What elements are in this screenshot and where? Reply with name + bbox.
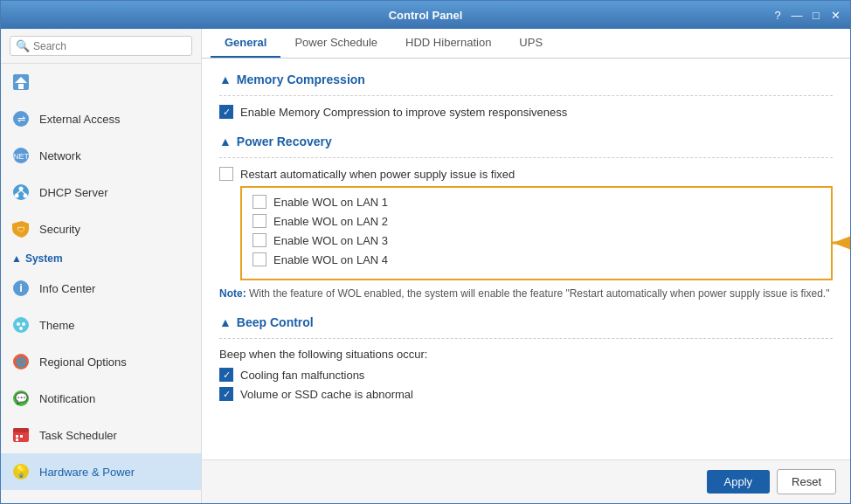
restart-auto-row: Restart automatically when power supply … bbox=[219, 167, 833, 181]
note-label: Note: bbox=[219, 287, 246, 300]
system-section-header[interactable]: ▲ System bbox=[1, 247, 201, 270]
svg-point-17 bbox=[22, 322, 25, 326]
close-button[interactable]: ✕ bbox=[827, 7, 843, 23]
wol-lan4-row: Enable WOL on LAN 4 bbox=[253, 252, 820, 266]
window-controls: ? — □ ✕ bbox=[770, 7, 843, 23]
sidebar-item-home[interactable] bbox=[1, 64, 201, 100]
hardware-power-icon: 💡 bbox=[11, 462, 31, 481]
tab-ups[interactable]: UPS bbox=[505, 29, 557, 58]
reset-button[interactable]: Reset bbox=[777, 469, 836, 494]
wol-lan1-row: Enable WOL on LAN 1 bbox=[253, 195, 820, 209]
power-recovery-chevron: ▲ bbox=[219, 135, 232, 148]
wol-lan4-checkbox[interactable] bbox=[253, 252, 266, 266]
main-panel: General Power Schedule HDD Hibernation U… bbox=[202, 29, 850, 503]
wol-group: Enable WOL on LAN 1 Enable WOL on LAN 2 … bbox=[240, 186, 833, 280]
svg-point-18 bbox=[19, 327, 23, 330]
sidebar-item-notification[interactable]: 💬 Notification bbox=[1, 380, 201, 417]
svg-text:🌐: 🌐 bbox=[16, 356, 27, 368]
wol-lan3-checkbox[interactable] bbox=[253, 233, 266, 247]
info-center-icon: i bbox=[11, 279, 31, 298]
wol-lan2-checkbox[interactable] bbox=[253, 214, 266, 228]
notification-label: Notification bbox=[39, 392, 95, 405]
memory-compression-chevron: ▲ bbox=[219, 72, 232, 86]
svg-text:🛡: 🛡 bbox=[17, 225, 25, 234]
svg-point-9 bbox=[24, 194, 28, 198]
enable-mem-compress-checkbox[interactable] bbox=[219, 105, 233, 119]
sidebar: 🔍 ⇌ External Access bbox=[1, 29, 202, 503]
power-recovery-section: ▲ Power Recovery Restart automatically w… bbox=[219, 135, 833, 300]
apply-button[interactable]: Apply bbox=[707, 470, 771, 494]
sidebar-item-security[interactable]: 🛡 Security bbox=[1, 211, 201, 247]
beep-control-chevron: ▲ bbox=[219, 315, 232, 329]
tab-power-schedule[interactable]: Power Schedule bbox=[280, 29, 391, 58]
beep-volume-label: Volume or SSD cache is abnormal bbox=[240, 388, 413, 401]
network-icon: NET bbox=[11, 146, 31, 165]
security-label: Security bbox=[39, 223, 80, 236]
wol-lan2-row: Enable WOL on LAN 2 bbox=[253, 214, 820, 228]
svg-text:⇌: ⇌ bbox=[17, 114, 25, 124]
svg-point-15 bbox=[13, 317, 29, 333]
power-recovery-title: ▲ Power Recovery bbox=[219, 135, 833, 148]
home-icon bbox=[11, 72, 31, 92]
svg-text:💡: 💡 bbox=[14, 464, 29, 479]
sidebar-item-theme[interactable]: Theme bbox=[1, 307, 201, 343]
svg-rect-26 bbox=[20, 435, 23, 438]
svg-text:NET: NET bbox=[13, 152, 30, 161]
wol-group-wrapper: Enable WOL on LAN 1 Enable WOL on LAN 2 … bbox=[219, 186, 833, 280]
wol-lan1-label: Enable WOL on LAN 1 bbox=[273, 196, 388, 209]
help-button[interactable]: ? bbox=[770, 7, 785, 23]
svg-rect-1 bbox=[18, 84, 24, 89]
tabs-bar: General Power Schedule HDD Hibernation U… bbox=[202, 29, 850, 59]
search-box: 🔍 bbox=[1, 29, 201, 64]
task-scheduler-label: Task Scheduler bbox=[39, 429, 117, 442]
svg-rect-25 bbox=[16, 435, 18, 438]
memory-compression-label: Memory Compression bbox=[237, 72, 365, 86]
external-access-label: External Access bbox=[39, 113, 121, 126]
system-chevron-icon: ▲ bbox=[11, 252, 22, 265]
sidebar-item-info-center[interactable]: i Info Center bbox=[1, 270, 201, 307]
sidebar-item-hardware-power[interactable]: 💡 Hardware & Power bbox=[1, 453, 201, 490]
svg-text:💬: 💬 bbox=[15, 391, 28, 404]
wol-lan1-checkbox[interactable] bbox=[253, 195, 266, 209]
system-header-label: System bbox=[25, 252, 63, 265]
beep-fan-label: Cooling fan malfunctions bbox=[240, 369, 364, 382]
tab-general[interactable]: General bbox=[211, 29, 280, 58]
enable-mem-compress-label: Enable Memory Compression to improve sys… bbox=[240, 106, 567, 119]
sidebar-item-task-scheduler[interactable]: Task Scheduler bbox=[1, 417, 201, 453]
notification-icon: 💬 bbox=[11, 389, 31, 408]
minimize-button[interactable]: — bbox=[789, 7, 805, 23]
beep-volume-checkbox[interactable] bbox=[219, 387, 233, 401]
regional-label: Regional Options bbox=[39, 356, 127, 369]
beep-volume-row: Volume or SSD cache is abnormal bbox=[219, 387, 833, 401]
sidebar-item-external-access[interactable]: ⇌ External Access bbox=[1, 100, 201, 137]
svg-text:i: i bbox=[19, 281, 23, 294]
panel-content: ▲ Memory Compression Enable Memory Compr… bbox=[202, 59, 850, 459]
wol-lan4-label: Enable WOL on LAN 4 bbox=[273, 253, 388, 266]
wol-lan2-label: Enable WOL on LAN 2 bbox=[273, 215, 388, 228]
beep-fan-checkbox[interactable] bbox=[219, 368, 233, 382]
memory-compression-row: Enable Memory Compression to improve sys… bbox=[219, 105, 833, 119]
sidebar-item-network[interactable]: NET Network bbox=[1, 137, 201, 174]
beep-control-title: ▲ Beep Control bbox=[219, 315, 833, 329]
network-label: Network bbox=[39, 149, 81, 162]
memory-compression-title: ▲ Memory Compression bbox=[219, 72, 833, 86]
sidebar-item-dhcp[interactable]: DHCP Server bbox=[1, 174, 201, 211]
regional-icon: 🌐 bbox=[11, 352, 31, 371]
footer-bar: Apply Reset bbox=[202, 459, 850, 503]
search-wrapper[interactable]: 🔍 bbox=[10, 36, 192, 56]
svg-point-7 bbox=[19, 187, 24, 191]
control-panel-window: Control Panel ? — □ ✕ 🔍 bbox=[0, 0, 851, 504]
external-access-icon: ⇌ bbox=[11, 109, 31, 128]
restart-auto-checkbox[interactable] bbox=[219, 167, 233, 181]
sidebar-item-regional[interactable]: 🌐 Regional Options bbox=[1, 343, 201, 380]
title-bar: Control Panel ? — □ ✕ bbox=[1, 1, 850, 29]
search-input[interactable] bbox=[33, 40, 186, 52]
beep-control-section: ▲ Beep Control Beep when the following s… bbox=[219, 315, 833, 401]
svg-point-8 bbox=[15, 194, 19, 198]
svg-rect-27 bbox=[16, 438, 18, 441]
dhcp-label: DHCP Server bbox=[39, 186, 108, 199]
tab-hdd-hibernation[interactable]: HDD Hibernation bbox=[391, 29, 505, 58]
maximize-button[interactable]: □ bbox=[808, 7, 824, 23]
hardware-power-label: Hardware & Power bbox=[39, 466, 135, 479]
security-icon: 🛡 bbox=[11, 219, 31, 238]
